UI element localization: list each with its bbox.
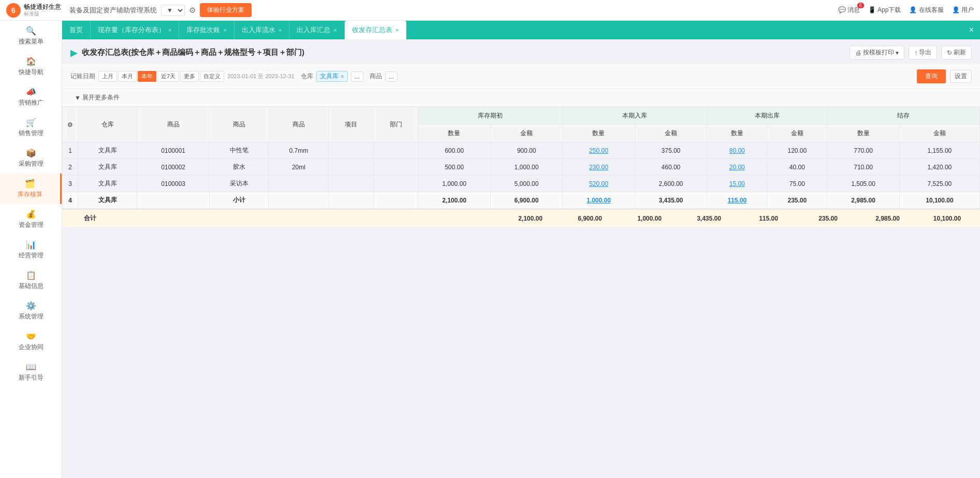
export-button[interactable]: ↑ 导出 [909, 46, 937, 60]
sales-icon: 🛒 [26, 118, 36, 127]
table-row: 2 文具库 0100002 胶水 20ml 500.00 1,000.00 23… [63, 159, 980, 176]
row-no: 1 [63, 142, 78, 159]
col-dept-header: 部门 [373, 107, 418, 142]
row-out-qty[interactable]: 15.00 [707, 176, 767, 192]
sidebar-item-operations[interactable]: 📊 经营管理 [0, 235, 62, 265]
sidebar-item-system[interactable]: ⚙️ 系统管理 [0, 296, 62, 326]
row-project [329, 159, 373, 176]
tab-batch[interactable]: 库存批次账 × [179, 21, 234, 39]
settings-button[interactable]: 设置 [950, 70, 972, 83]
footer-bal-qty: 2,985.00 [858, 215, 917, 222]
warehouse-tag-close[interactable]: × [341, 73, 344, 80]
print-button[interactable]: 🖨 按模板打印 ▾ [850, 46, 904, 60]
date-btn-this-year[interactable]: 本年 [138, 71, 156, 82]
row-in-qty[interactable]: 250.00 [563, 142, 635, 159]
tab-recv-label: 收发存汇总表 [352, 25, 392, 35]
online-service-btn[interactable]: 👤 在线客服 [909, 6, 943, 15]
system-select[interactable]: ▼ [161, 5, 185, 16]
row-in-qty[interactable]: 1,000.00 [563, 192, 635, 209]
gear-icon[interactable]: ⚙ [189, 6, 196, 15]
warehouse-filter-group: 仓库 文具库 × ... [301, 71, 363, 82]
tab-flow-close[interactable]: × [279, 27, 282, 33]
tab-home[interactable]: 首页 [62, 21, 91, 39]
col-opening-header: 库存期初 [418, 107, 563, 125]
date-btn-custom[interactable]: 自定义 [200, 71, 224, 82]
purchase-icon: 📦 [26, 148, 36, 158]
tab-summary[interactable]: 出入库汇总 × [289, 21, 344, 39]
tab-batch-close[interactable]: × [223, 27, 226, 33]
row-warehouse: 文具库 [78, 192, 137, 209]
sidebar-label-guide: 新手引导 [19, 373, 43, 382]
collapse-btn[interactable]: ▶ [70, 47, 78, 59]
message-badge: 6 [857, 3, 865, 8]
col-settings[interactable]: ⚙ [63, 107, 78, 142]
col-project-header: 项目 [329, 107, 373, 142]
row-bal-qty: 770.00 [827, 142, 899, 159]
sidebar-item-purchase[interactable]: 📦 采购管理 [0, 143, 62, 173]
col-in-amt-header: 金额 [635, 125, 707, 142]
system-name: 装备及固定资产辅助管理系统 [69, 6, 157, 15]
row-dept [373, 142, 418, 159]
query-button[interactable]: 查询 [917, 69, 946, 83]
date-btn-7days[interactable]: 近7天 [157, 71, 179, 82]
tab-flow[interactable]: 出入库流水 × [235, 21, 289, 39]
date-btn-more[interactable]: 更多 [180, 71, 199, 82]
sidebar-item-search[interactable]: 🔍 搜索菜单 [0, 21, 62, 51]
sidebar-item-marketing[interactable]: 📣 营销推广 [0, 82, 62, 112]
row-out-qty[interactable]: 20.00 [707, 159, 767, 176]
tab-summary-label: 出入库汇总 [297, 25, 330, 35]
row-opening-amt: 6,900.00 [490, 192, 562, 209]
sidebar-item-assets[interactable]: 💰 资金管理 [0, 204, 62, 235]
refresh-button[interactable]: ↻ 刷新 [941, 46, 972, 60]
logo-text: 畅捷通好生意 标准版 [24, 3, 61, 17]
tab-stock[interactable]: 现存量（库存分布表） × [91, 21, 179, 39]
col-opening-qty-header: 数量 [418, 125, 490, 142]
col-out-qty-header: 数量 [707, 125, 767, 142]
print-icon: 🖨 [855, 49, 861, 56]
tab-recv[interactable]: 收发存汇总表 × [345, 21, 406, 39]
row-name: 胶水 [209, 159, 268, 176]
col-out-header: 本期出库 [707, 107, 827, 125]
row-spec [269, 192, 329, 209]
sidebar-item-guide[interactable]: 📖 新手引导 [0, 357, 62, 387]
tab-recv-close[interactable]: × [396, 27, 399, 33]
trial-button[interactable]: 体验行业方案 [200, 3, 252, 17]
operations-icon: 📊 [26, 240, 36, 250]
sidebar-label-collab: 企业协同 [19, 343, 43, 352]
logo-area: 6 畅捷通好生意 标准版 [6, 3, 61, 18]
warehouse-tag[interactable]: 文具库 × [316, 71, 348, 82]
sidebar-label-basic: 基础信息 [19, 282, 43, 291]
sidebar-item-basic[interactable]: 📋 基础信息 [0, 265, 62, 296]
date-btn-this-month[interactable]: 本月 [118, 71, 137, 82]
expand-conditions-btn[interactable]: ▼ 展开更多条件 [70, 91, 124, 104]
main-layout: 🔍 搜索菜单 🏠 快捷导航 📣 营销推广 🛒 销售管理 📦 采购管理 🗂️ 库存… [0, 21, 980, 478]
col-name-header: 商品 [209, 107, 268, 142]
table-row: 4 文具库 小计 2,100.00 6,900.00 1,000.00 3,43… [63, 192, 980, 209]
user-btn[interactable]: 👤 用户 [952, 6, 974, 15]
search-icon: 🔍 [26, 26, 36, 36]
footer-in-qty: 1,000.00 [620, 215, 679, 222]
row-in-qty[interactable]: 230.00 [563, 159, 635, 176]
tab-stock-close[interactable]: × [168, 27, 171, 33]
sidebar-item-sales[interactable]: 🛒 销售管理 [0, 112, 62, 143]
row-out-qty[interactable]: 80.00 [707, 142, 767, 159]
sidebar-item-quicknav[interactable]: 🏠 快捷导航 [0, 51, 62, 82]
row-no: 4 [63, 192, 78, 209]
footer-in-amt: 3,435.00 [679, 215, 739, 222]
row-in-qty[interactable]: 520.00 [563, 176, 635, 192]
tab-home-label: 首页 [69, 25, 83, 35]
row-out-qty[interactable]: 115.00 [707, 192, 767, 209]
table-row: 3 文具库 0100003 采访本 1,000.00 5,000.00 520.… [63, 176, 980, 192]
row-dept [373, 159, 418, 176]
warehouse-ellipsis[interactable]: ... [351, 71, 363, 82]
date-btn-last-month[interactable]: 上月 [98, 71, 117, 82]
row-name: 采访本 [209, 176, 268, 192]
sidebar-item-collab[interactable]: 🤝 企业协同 [0, 326, 62, 357]
page-title: 收发存汇总表(按仓库＋商品编码＋商品＋规格型号＋项目＋部门) [82, 48, 304, 57]
tab-summary-close[interactable]: × [333, 27, 337, 33]
goods-ellipsis[interactable]: ... [385, 71, 398, 82]
message-btn[interactable]: 💬 消息 6 [838, 6, 860, 15]
sidebar-item-inventory[interactable]: 🗂️ 库存核算 [0, 173, 62, 204]
tab-all-close[interactable]: × [969, 25, 974, 35]
app-download-btn[interactable]: 📱 App下载 [868, 6, 901, 15]
